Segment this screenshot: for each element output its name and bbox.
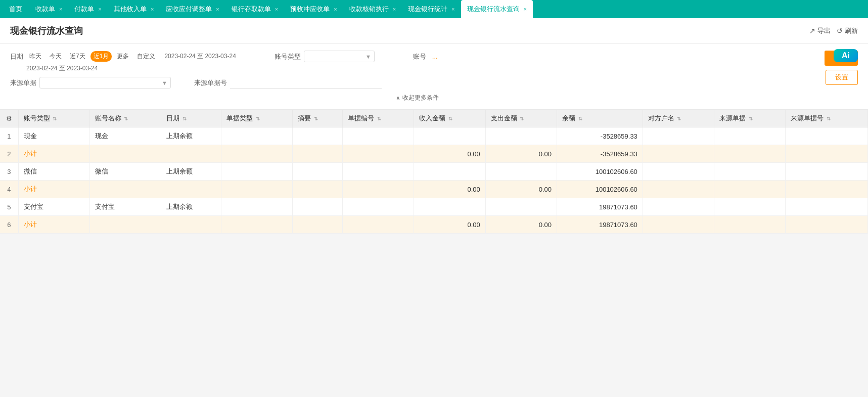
col-date-label: 日期	[166, 114, 179, 122]
cell-income	[414, 163, 485, 181]
nav-tab-other-income[interactable]: 其他收入单 ×	[108, 0, 160, 18]
export-icon: ↗	[809, 27, 815, 35]
source-doc-select[interactable]	[39, 77, 171, 89]
nav-tab-other-income-close[interactable]: ×	[151, 0, 154, 18]
cell-source-doc	[714, 127, 786, 145]
cell-counterparty	[643, 163, 714, 181]
col-account-name[interactable]: 账号名称 ⇅	[89, 110, 161, 127]
filter-area: 日期 昨天 今天 近7天 近1月 更多 自定义 2023-02-24 至 202…	[0, 43, 868, 110]
source-doc-no-label: 来源单据号	[194, 78, 227, 87]
date-opt-1month[interactable]: 近1月	[90, 51, 112, 62]
cell-expense: 0.00	[485, 145, 557, 163]
col-date[interactable]: 日期 ⇅	[161, 110, 221, 127]
export-button[interactable]: ↗ 导出	[809, 26, 831, 35]
table-header: ⚙ 账号类型 ⇅ 账号名称 ⇅ 日期 ⇅ 单据类型 ⇅	[0, 110, 868, 127]
cell-balance: -3528659.33	[557, 127, 643, 145]
col-income[interactable]: 收入金额 ⇅	[414, 110, 485, 127]
cell-income: 0.00	[414, 145, 485, 163]
nav-tab-verify-label: 收款核销执行	[349, 0, 389, 18]
col-summary[interactable]: 摘要 ⇅	[293, 110, 343, 127]
nav-tab-prepay[interactable]: 预收冲应收单 ×	[284, 0, 343, 18]
col-source-doc-no-label: 来源单据号	[791, 114, 824, 122]
account-type-select[interactable]	[304, 51, 375, 62]
cell-date	[161, 181, 221, 198]
nav-tab-stats-label: 现金银行统计	[408, 0, 447, 18]
settings-button[interactable]: 设置	[826, 70, 858, 85]
col-gear[interactable]: ⚙	[0, 110, 18, 127]
table-row: 6 小计 0.00 0.00 19871073.60	[0, 216, 868, 234]
nav-tab-receipts-close[interactable]: ×	[59, 0, 62, 18]
cell-doc-type	[221, 181, 293, 198]
col-doc-no[interactable]: 单据编号 ⇅	[343, 110, 414, 127]
nav-tab-flow-label: 现金银行流水查询	[467, 0, 520, 18]
col-counterparty[interactable]: 对方户名 ⇅	[643, 110, 714, 127]
nav-tab-receipts[interactable]: 收款单 ×	[29, 0, 68, 18]
nav-tab-receipts-label: 收款单	[35, 0, 55, 18]
nav-home-label: 首页	[9, 0, 22, 18]
cell-income: 0.00	[414, 181, 485, 198]
col-source-doc[interactable]: 来源单据 ⇅	[714, 110, 786, 127]
col-doc-type[interactable]: 单据类型 ⇅	[221, 110, 293, 127]
nav-tab-bank-close[interactable]: ×	[275, 0, 278, 18]
date-opt-7days[interactable]: 近7天	[67, 51, 88, 62]
nav-tab-adjust[interactable]: 应收应付调整单 ×	[160, 0, 225, 18]
col-account-type[interactable]: 账号类型 ⇅	[18, 110, 89, 127]
filter-source-doc: 来源单据 ▼	[10, 77, 171, 89]
nav-tab-payment[interactable]: 付款单 ×	[68, 0, 107, 18]
ai-badge[interactable]: Ai	[834, 49, 858, 62]
sort-icon-account-name: ⇅	[124, 116, 128, 121]
nav-tab-verify[interactable]: 收款核销执行 ×	[343, 0, 402, 18]
cell-summary	[293, 127, 343, 145]
cell-doc-no	[343, 145, 414, 163]
cell-doc-no	[343, 198, 414, 216]
nav-tab-stats[interactable]: 现金银行统计 ×	[402, 0, 461, 18]
cell-source-doc-no	[786, 163, 868, 181]
nav-tab-prepay-close[interactable]: ×	[334, 0, 337, 18]
nav-tab-flow-close[interactable]: ×	[524, 0, 527, 18]
cell-date: 上期余额	[161, 163, 221, 181]
col-source-doc-no[interactable]: 来源单据号 ⇅	[786, 110, 868, 127]
cell-summary	[293, 145, 343, 163]
cell-balance: 19871073.60	[557, 216, 643, 234]
nav-home[interactable]: 首页	[2, 0, 29, 18]
nav-tab-stats-close[interactable]: ×	[451, 0, 454, 18]
cell-balance: 100102606.60	[557, 181, 643, 198]
nav-tab-bank[interactable]: 银行存取款单 ×	[225, 0, 284, 18]
sort-icon-doc-no: ⇅	[377, 116, 381, 121]
cell-source-doc	[714, 163, 786, 181]
cell-summary	[293, 181, 343, 198]
sort-icon-balance: ⇅	[578, 116, 582, 121]
date-opt-more[interactable]: 更多	[114, 51, 132, 62]
col-balance[interactable]: 余额 ⇅	[557, 110, 643, 127]
table-row: 5 支付宝 支付宝 上期余额 19871073.60	[0, 198, 868, 216]
cell-doc-no	[343, 181, 414, 198]
cell-account-name: 微信	[89, 163, 161, 181]
cell-account-type: 现金	[18, 127, 89, 145]
sort-icon-account-type: ⇅	[53, 116, 57, 121]
table-body: 1 现金 现金 上期余额 -3528659.33 2 小计 0.00 0.00 …	[0, 127, 868, 234]
nav-tab-verify-close[interactable]: ×	[393, 0, 396, 18]
source-doc-no-input[interactable]	[230, 77, 382, 89]
cell-no: 6	[0, 216, 18, 234]
date-opt-today[interactable]: 今天	[47, 51, 65, 62]
nav-tab-payment-close[interactable]: ×	[98, 0, 101, 18]
nav-tab-flow[interactable]: 现金银行流水查询 ×	[461, 0, 533, 18]
account-more-btn[interactable]: ...	[429, 52, 441, 61]
nav-tab-adjust-close[interactable]: ×	[216, 0, 219, 18]
cell-doc-type	[221, 198, 293, 216]
date-opt-yesterday[interactable]: 昨天	[26, 51, 44, 62]
cell-expense: 0.00	[485, 216, 557, 234]
table-row: 2 小计 0.00 0.00 -3528659.33	[0, 145, 868, 163]
sort-icon-date: ⇅	[182, 116, 187, 121]
date-range-text: 2023-02-24 至 2023-03-24	[164, 52, 236, 61]
col-expense[interactable]: 支出金额 ⇅	[485, 110, 557, 127]
cell-source-doc-no	[786, 198, 868, 216]
table-row: 3 微信 微信 上期余额 100102606.60	[0, 163, 868, 181]
filter-row-1: 日期 昨天 今天 近7天 近1月 更多 自定义 2023-02-24 至 202…	[10, 51, 825, 62]
cell-expense	[485, 163, 557, 181]
refresh-button[interactable]: ↺ 刷新	[837, 26, 858, 35]
cell-account-type: 小计	[18, 181, 89, 198]
collapse-bar[interactable]: ∧ 收起更多条件	[10, 94, 825, 102]
date-opt-custom[interactable]: 自定义	[134, 51, 158, 62]
page-title: 现金银行流水查询	[10, 25, 83, 37]
